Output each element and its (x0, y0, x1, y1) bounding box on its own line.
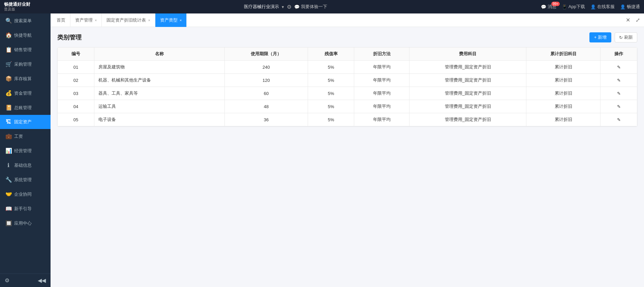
service-icon: 👤 (590, 4, 596, 9)
sidebar-icon-quick-nav: 🏠 (5, 32, 11, 38)
sidebar-item-enterprise[interactable]: 🤝 企业协同 (0, 187, 51, 201)
sidebar-label-inventory: 库存核算 (14, 76, 32, 82)
topbar: 畅捷通好业财 普及版 医疗器械行业演示 ▾ ⚙ 💬 我要体验一下 💬 消息 99… (0, 0, 644, 13)
header-actions: + 新增 ↻ 刷新 (589, 32, 637, 42)
sidebar-icon-capital: 💰 (5, 90, 11, 96)
cell-months-row3: 48 (224, 100, 308, 113)
tab-asset-mgmt[interactable]: 资产管理× (70, 13, 102, 27)
sidebar-icon-purchase: 🛒 (5, 61, 11, 67)
col-header-7: 操作 (601, 47, 637, 61)
new-button[interactable]: + 新增 (589, 32, 611, 42)
cell-residual-row3: 5% (308, 100, 354, 113)
tab-home[interactable]: 首页 (53, 13, 70, 27)
tab-close-depreciation-table[interactable]: × (148, 18, 150, 22)
cell-code-row4: 05 (58, 113, 94, 126)
tab-label-asset-type: 资产类型 (160, 17, 178, 23)
user-item[interactable]: 👤 畅捷通 (620, 4, 640, 10)
sidebar-label-system: 系统管理 (14, 177, 32, 183)
sidebar-item-ledger[interactable]: 📔 总账管理 (0, 100, 51, 115)
sidebar-label-sales: 销售管理 (14, 47, 32, 53)
company-settings-button[interactable]: ⚙ (287, 4, 292, 10)
topbar-center: 医疗器械行业演示 ▾ ⚙ 💬 我要体验一下 (244, 4, 327, 10)
refresh-button[interactable]: ↻ 刷新 (615, 32, 637, 42)
sidebar-settings-button[interactable]: ⚙ (5, 277, 9, 284)
app-label: App下载 (569, 4, 585, 10)
sidebar-item-purchase[interactable]: 🛒 采购管理 (0, 57, 51, 71)
sidebar-label-purchase: 采购管理 (14, 61, 32, 67)
sidebar-item-search[interactable]: 🔍 搜索菜单 (0, 13, 51, 28)
user-avatar: 👤 (620, 4, 625, 9)
sidebar-icon-ops: 📊 (5, 148, 11, 154)
content-area: 首页资产管理×固定资产折旧统计表×资产类型× ✕ ⤢ 类别管理 + 新增 ↻ 刷… (51, 13, 644, 287)
cell-expense-row4: 管理费用_固定资产折旧 (409, 113, 526, 126)
cell-residual-row0: 5% (308, 61, 354, 74)
topbar-right: 💬 消息 99+ 📱 App下载 👤 在线客服 👤 畅捷通 (541, 4, 640, 10)
col-header-4: 折旧方法 (354, 47, 409, 61)
tab-depreciation-table[interactable]: 固定资产折旧统计表× (102, 13, 155, 27)
tab-close-button[interactable]: ✕ (624, 16, 632, 24)
tab-asset-type[interactable]: 资产类型× (155, 13, 187, 27)
tab-close-asset-type[interactable]: × (180, 18, 182, 22)
app-download-item[interactable]: 📱 App下载 (562, 4, 585, 10)
sidebar-icon-apps: 🔲 (5, 220, 11, 226)
logo-title: 畅捷通好业财 (4, 2, 30, 7)
cell-edit-row0[interactable]: ✎ (601, 61, 637, 74)
cell-expense-row0: 管理费用_固定资产折旧 (409, 61, 526, 74)
sidebar-item-inventory[interactable]: 📦 库存核算 (0, 71, 51, 86)
message-badge-item[interactable]: 💬 消息 99+ (541, 4, 556, 10)
col-header-3: 残值率 (308, 47, 354, 61)
cell-name-row1: 机器、机械和其他生产设备 (94, 74, 224, 87)
col-header-5: 费用科目 (409, 47, 526, 61)
sidebar-icon-inventory: 📦 (5, 75, 11, 82)
company-dropdown-arrow[interactable]: ▾ (282, 4, 284, 9)
cell-method-row0: 年限平均 (354, 61, 409, 74)
col-header-6: 累计折旧科目 (526, 47, 601, 61)
cell-name-row4: 电子设备 (94, 113, 224, 126)
cell-edit-row1[interactable]: ✎ (601, 74, 637, 87)
page-content: 类别管理 + 新增 ↻ 刷新 编号名称使用期限（月）残值率折旧方法费用科目累计折… (51, 27, 644, 287)
tab-close-asset-mgmt[interactable]: × (95, 18, 97, 22)
cell-months-row1: 120 (224, 74, 308, 87)
cell-name-row2: 器具、工具、家具等 (94, 87, 224, 100)
sidebar-label-capital: 资金管理 (14, 90, 32, 96)
sidebar-item-system[interactable]: 🔧 系统管理 (0, 172, 51, 187)
sidebar-item-apps[interactable]: 🔲 应用中心 (0, 216, 51, 230)
cell-edit-row2[interactable]: ✎ (601, 87, 637, 100)
service-item[interactable]: 👤 在线客服 (590, 4, 615, 10)
sidebar-item-ops[interactable]: 📊 经营管理 (0, 144, 51, 158)
cell-code-row1: 02 (58, 74, 94, 87)
tab-label-depreciation-table: 固定资产折旧统计表 (106, 17, 146, 23)
table-row: 03器具、工具、家具等605%年限平均管理费用_固定资产折旧累计折旧✎ (58, 87, 637, 100)
refresh-label: 刷新 (624, 34, 633, 40)
sidebar-item-sales[interactable]: 📋 销售管理 (0, 42, 51, 57)
sidebar-item-fixed-assets[interactable]: 🏗 固定资产 (0, 115, 51, 129)
data-table: 编号名称使用期限（月）残值率折旧方法费用科目累计折旧科目操作 01房屋及建筑物2… (57, 47, 637, 126)
sidebar-label-apps: 应用中心 (14, 220, 32, 226)
sidebar-label-basic-info: 基础信息 (14, 162, 32, 168)
cell-code-row3: 04 (58, 100, 94, 113)
sidebar-item-basic-info[interactable]: ℹ 基础信息 (0, 158, 51, 172)
trial-button[interactable]: 💬 我要体验一下 (294, 4, 327, 10)
table-row: 05电子设备365%年限平均管理费用_固定资产折旧累计折旧✎ (58, 113, 637, 126)
cell-accumulated-row1: 累计折旧 (526, 74, 601, 87)
sidebar-label-salary: 工资 (14, 133, 23, 139)
sidebar-collapse-button[interactable]: ◀◀ (38, 277, 46, 284)
cell-edit-row3[interactable]: ✎ (601, 100, 637, 113)
cell-code-row0: 01 (58, 61, 94, 74)
sidebar-item-quick-nav[interactable]: 🏠 快捷导航 (0, 28, 51, 42)
cell-edit-row4[interactable]: ✎ (601, 113, 637, 126)
sidebar-label-quick-nav: 快捷导航 (14, 32, 32, 38)
table-row: 02机器、机械和其他生产设备1205%年限平均管理费用_固定资产折旧累计折旧✎ (58, 74, 637, 87)
sidebar-item-salary[interactable]: 💼 工资 (0, 129, 51, 144)
sidebar-item-capital[interactable]: 💰 资金管理 (0, 86, 51, 100)
cell-method-row1: 年限平均 (354, 74, 409, 87)
tab-expand-button[interactable]: ⤢ (634, 16, 641, 24)
sidebar-icon-fixed-assets: 🏗 (5, 119, 11, 125)
sidebar-icon-ledger: 📔 (5, 104, 11, 111)
page-title: 类别管理 (57, 33, 82, 41)
sidebar-item-guide[interactable]: 📖 新手引导 (0, 201, 51, 216)
sidebar-label-guide: 新手引导 (14, 206, 32, 212)
table-row: 01房屋及建筑物2405%年限平均管理费用_固定资产折旧累计折旧✎ (58, 61, 637, 74)
cell-method-row2: 年限平均 (354, 87, 409, 100)
col-header-1: 名称 (94, 47, 224, 61)
